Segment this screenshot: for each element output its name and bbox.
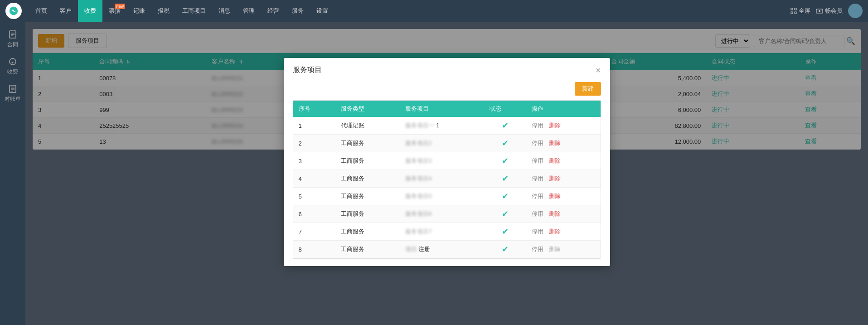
sidebar-item-statement[interactable]: 对账单: [0, 80, 25, 107]
list-item: 7 工商服务 服务项目7 ✔ 停用 删除: [293, 223, 601, 241]
nav-item-bookkeeping[interactable]: 记账: [127, 0, 151, 22]
stop-button[interactable]: 停用: [532, 246, 543, 252]
sidebar-item-fee[interactable]: ¥ 收费: [0, 53, 25, 80]
sidebar-label-statement: 对账单: [5, 95, 21, 103]
nav-item-message[interactable]: 消息: [212, 0, 237, 22]
nav-item-tax[interactable]: 报税: [151, 0, 176, 22]
modal-cell-seq: 4: [293, 170, 335, 188]
nav-item-business[interactable]: 工商项目: [176, 0, 212, 22]
delete-button[interactable]: 删除: [549, 193, 561, 199]
modal-cell-item: 服务项目4: [400, 170, 484, 188]
delete-button: 删除: [549, 246, 561, 252]
modal-cell-status: ✔: [484, 170, 526, 188]
service-items-modal: 服务项目 × 新建 序号 服务类型 服务项目 状态 操作: [284, 58, 610, 266]
modal-cell-seq: 2: [293, 135, 335, 152]
fullscreen-button[interactable]: 全屏: [790, 7, 810, 15]
delete-button[interactable]: 删除: [549, 210, 561, 217]
modal-cell-item: 服务项目一 1: [400, 117, 484, 135]
nav-item-settings[interactable]: 设置: [310, 0, 335, 22]
modal-col-action: 操作: [526, 101, 600, 117]
nav-right: 全屏 畅会员: [790, 4, 863, 18]
list-item: 3 工商服务 服务项目3 ✔ 停用 删除: [293, 152, 601, 170]
modal-cell-type: 工商服务: [335, 205, 400, 223]
status-check-icon: ✔: [502, 121, 509, 130]
list-item: 6 工商服务 服务项目6 ✔ 停用 删除: [293, 205, 601, 223]
modal-cell-type: 工商服务: [335, 135, 400, 152]
stop-button[interactable]: 停用: [532, 210, 543, 217]
vip-button[interactable]: 畅会员: [816, 7, 843, 15]
list-item: 8 工商服务 项目 注册 ✔ 停用 删除: [293, 241, 601, 258]
modal-overlay[interactable]: 服务项目 × 新建 序号 服务类型 服务项目 状态 操作: [25, 22, 868, 325]
modal-cell-actions: 停用 删除: [526, 170, 600, 188]
modal-table-wrap[interactable]: 序号 服务类型 服务项目 状态 操作 1 代理记账 服务项目一 1 ✔ 停用: [293, 100, 601, 259]
status-check-icon: ✔: [502, 227, 509, 236]
svg-rect-1: [791, 8, 793, 10]
modal-col-item: 服务项目: [400, 101, 484, 117]
modal-table: 序号 服务类型 服务项目 状态 操作 1 代理记账 服务项目一 1 ✔ 停用: [293, 101, 601, 258]
list-item: 1 代理记账 服务项目一 1 ✔ 停用 删除: [293, 117, 601, 135]
modal-cell-status: ✔: [484, 241, 526, 258]
modal-new-button[interactable]: 新建: [575, 82, 601, 96]
modal-cell-type: 工商服务: [335, 223, 400, 241]
sidebar-label-fee: 收费: [7, 68, 18, 76]
modal-cell-actions: 停用 删除: [526, 205, 600, 223]
modal-cell-item: 服务项目6: [400, 205, 484, 223]
delete-button[interactable]: 删除: [549, 175, 561, 182]
modal-cell-actions: 停用 删除: [526, 152, 600, 170]
svg-point-6: [819, 10, 820, 12]
stop-button[interactable]: 停用: [532, 157, 543, 164]
nav-item-operation[interactable]: 经营: [261, 0, 286, 22]
svg-rect-2: [795, 8, 796, 10]
status-check-icon: ✔: [502, 192, 509, 201]
modal-cell-status: ✔: [484, 135, 526, 152]
top-navigation: 首页 客户 收费 票据 new 记账 报税 工商项目 消息 管理 经营 服务 设…: [0, 0, 868, 22]
modal-cell-item: 服务项目3: [400, 152, 484, 170]
status-check-icon: ✔: [502, 156, 509, 165]
modal-cell-item: 服务项目2: [400, 135, 484, 152]
modal-cell-status: ✔: [484, 205, 526, 223]
list-item: 4 工商服务 服务项目4 ✔ 停用 删除: [293, 170, 601, 188]
modal-toolbar: 新建: [293, 82, 601, 96]
list-item: 5 工商服务 服务项目5 ✔ 停用 删除: [293, 188, 601, 205]
nav-item-manage[interactable]: 管理: [237, 0, 261, 22]
delete-button[interactable]: 删除: [549, 140, 561, 146]
status-check-icon: ✔: [502, 174, 509, 183]
nav-item-fee[interactable]: 收费: [78, 0, 102, 22]
nav-item-invoice[interactable]: 票据 new: [102, 0, 127, 22]
nav-items: 首页 客户 收费 票据 new 记账 报税 工商项目 消息 管理 经营 服务 设…: [29, 0, 790, 22]
nav-item-home[interactable]: 首页: [29, 0, 53, 22]
sidebar-label-contract: 合同: [7, 41, 18, 49]
modal-cell-status: ✔: [484, 223, 526, 241]
nav-item-customer[interactable]: 客户: [53, 0, 78, 22]
status-check-icon: ✔: [502, 245, 509, 254]
sidebar-item-contract[interactable]: 合同: [0, 25, 25, 53]
vip-label: 畅会员: [825, 7, 843, 15]
nav-item-service[interactable]: 服务: [286, 0, 310, 22]
list-item: 2 工商服务 服务项目2 ✔ 停用 删除: [293, 135, 601, 152]
modal-cell-seq: 1: [293, 117, 335, 135]
modal-close-button[interactable]: ×: [596, 66, 601, 75]
status-check-icon: ✔: [502, 209, 509, 218]
delete-button[interactable]: 删除: [549, 122, 561, 129]
modal-cell-actions: 停用 删除: [526, 241, 600, 258]
stop-button[interactable]: 停用: [532, 175, 543, 182]
modal-cell-actions: 停用 删除: [526, 117, 600, 135]
svg-text:¥: ¥: [11, 60, 14, 64]
delete-button[interactable]: 删除: [549, 157, 561, 164]
delete-button[interactable]: 删除: [549, 228, 561, 235]
left-sidebar: 合同 ¥ 收费 对账单: [0, 22, 25, 325]
modal-title: 服务项目: [293, 65, 322, 75]
stop-button[interactable]: 停用: [532, 122, 543, 129]
app-logo[interactable]: [5, 3, 22, 19]
modal-cell-actions: 停用 删除: [526, 188, 600, 205]
status-check-icon: ✔: [502, 139, 509, 148]
fullscreen-label: 全屏: [799, 7, 810, 15]
modal-cell-seq: 3: [293, 152, 335, 170]
modal-cell-type: 工商服务: [335, 188, 400, 205]
avatar[interactable]: [848, 4, 863, 18]
stop-button[interactable]: 停用: [532, 140, 543, 146]
stop-button[interactable]: 停用: [532, 228, 543, 235]
stop-button[interactable]: 停用: [532, 193, 543, 199]
modal-cell-status: ✔: [484, 152, 526, 170]
modal-cell-seq: 5: [293, 188, 335, 205]
